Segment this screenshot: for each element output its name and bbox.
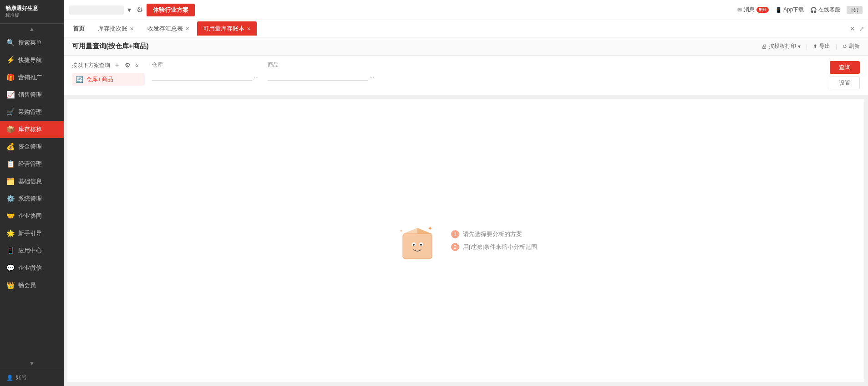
sidebar-nav: 🔍 搜索菜单 ⚡ 快捷导航 🎁 营销推广 📈 销售管理 🛒 采购管理 📦 库存核… bbox=[0, 34, 64, 358]
user-avatar[interactable]: Rit bbox=[847, 6, 863, 14]
sidebar-item-label: 搜索菜单 bbox=[18, 39, 42, 47]
tab-batch-account[interactable]: 库存批次账 ✕ bbox=[92, 21, 140, 36]
sidebar-item-app-center[interactable]: 📱 应用中心 bbox=[0, 242, 64, 259]
tab-batch-account-label: 库存批次账 bbox=[98, 25, 127, 33]
phone-icon: 📱 bbox=[775, 7, 782, 13]
finance-icon: 💰 bbox=[6, 143, 15, 151]
appcenter-icon: 📱 bbox=[6, 247, 15, 255]
notification-btn[interactable]: ✉ 消息 99+ bbox=[737, 6, 769, 14]
trial-btn[interactable]: 体验行业方案 bbox=[147, 4, 195, 16]
goods-field-label: 商品 bbox=[268, 61, 374, 69]
sidebar-item-label: 应用中心 bbox=[18, 247, 42, 255]
empty-state: ✦ ✦ 1 请先选择要分析的方案 2 用[过滤]条件来缩小分析范围 bbox=[67, 99, 864, 382]
export-btn[interactable]: ⬆ 导出 bbox=[813, 42, 830, 50]
tab-close-all-btn[interactable]: ✕ bbox=[850, 25, 855, 32]
collapse-scheme-btn[interactable]: « bbox=[134, 62, 140, 69]
sidebar-item-label: 资金管理 bbox=[18, 143, 42, 151]
hint-text-1: 请先选择要分析的方案 bbox=[463, 230, 522, 238]
edition-label: 标准版 bbox=[5, 12, 58, 19]
sidebar-item-corp-collab[interactable]: 🤝 企业协同 bbox=[0, 207, 64, 225]
sidebar-item-new-guide[interactable]: 🌟 新手引导 bbox=[0, 225, 64, 242]
edit-scheme-btn[interactable]: ⚙ bbox=[124, 62, 132, 69]
topbar-settings-btn[interactable]: ⚙ bbox=[135, 5, 145, 14]
query-actions: 查询 设置 bbox=[830, 61, 860, 89]
svg-point-6 bbox=[413, 244, 415, 246]
inventory-icon: 📦 bbox=[6, 125, 15, 134]
goods-input[interactable] bbox=[268, 71, 368, 81]
topbar-search-input[interactable] bbox=[69, 5, 124, 15]
sidebar-item-membership[interactable]: 👑 畅会员 bbox=[0, 277, 64, 294]
empty-hint-2: 2 用[过滤]条件来缩小分析范围 bbox=[451, 243, 537, 251]
print-icon: 🖨 bbox=[761, 43, 767, 50]
notification-icon: ✉ bbox=[737, 7, 742, 13]
online-service-label: 在线客服 bbox=[818, 6, 840, 14]
refresh-btn[interactable]: ↺ 刷新 bbox=[843, 42, 860, 50]
sidebar-scroll-up[interactable]: ▲ bbox=[0, 24, 64, 34]
query-area: 按以下方案查询 ＋ ⚙ « 🔄 仓库+商品 仓库 bbox=[64, 56, 868, 95]
membership-icon: 👑 bbox=[6, 281, 15, 289]
online-service-btn[interactable]: 🎧 在线客服 bbox=[810, 6, 840, 14]
notification-badge: 99+ bbox=[756, 7, 769, 13]
scheme-item-warehouse-goods[interactable]: 🔄 仓库+商品 bbox=[72, 73, 145, 86]
tab-available-ledger[interactable]: 可用量库存账本 ✕ bbox=[197, 21, 257, 36]
tab-home[interactable]: 首页 bbox=[67, 22, 90, 36]
empty-illustration: ✦ ✦ bbox=[395, 218, 440, 263]
svg-rect-0 bbox=[403, 234, 432, 259]
sidebar-item-inventory[interactable]: 📦 库存核算 bbox=[0, 121, 64, 138]
settings-btn[interactable]: 设置 bbox=[830, 77, 860, 89]
warehouse-input[interactable] bbox=[152, 71, 252, 81]
warehouse-more-btn[interactable]: ... bbox=[254, 72, 259, 79]
sidebar-item-corp-wechat[interactable]: 💬 企业微信 bbox=[0, 259, 64, 277]
goods-more-btn[interactable]: ... bbox=[370, 72, 374, 79]
tab-receipt-summary-close[interactable]: ✕ bbox=[185, 26, 189, 32]
sidebar-scroll-down[interactable]: ▼ bbox=[0, 358, 64, 369]
sidebar-item-system[interactable]: ⚙️ 系统管理 bbox=[0, 190, 64, 207]
add-scheme-btn[interactable]: ＋ bbox=[113, 61, 121, 69]
topbar-breadcrumb: ▾ ⚙ 体验行业方案 bbox=[69, 4, 734, 16]
sidebar-item-label: 经营管理 bbox=[18, 160, 42, 168]
topbar-dropdown-btn[interactable]: ▾ bbox=[126, 5, 133, 14]
sidebar-item-label: 畅会员 bbox=[18, 281, 36, 289]
sidebar-item-quick-nav[interactable]: ⚡ 快捷导航 bbox=[0, 51, 64, 69]
tab-batch-account-close[interactable]: ✕ bbox=[130, 26, 134, 32]
empty-hint-1: 1 请先选择要分析的方案 bbox=[451, 230, 537, 238]
sidebar-item-label: 采购管理 bbox=[18, 108, 42, 116]
quicknav-icon: ⚡ bbox=[6, 56, 15, 64]
refresh-label: 刷新 bbox=[849, 42, 860, 50]
hint-text-2: 用[过滤]条件来缩小分析范围 bbox=[463, 243, 537, 251]
refresh-icon: ↺ bbox=[843, 43, 847, 50]
sidebar-item-basic-info[interactable]: 🗂️ 基础信息 bbox=[0, 173, 64, 190]
sidebar-item-operations[interactable]: 📋 经营管理 bbox=[0, 155, 64, 173]
tab-expand-btn[interactable]: ⤢ bbox=[859, 25, 864, 32]
field-goods: 商品 ... bbox=[268, 61, 374, 81]
print-label: 按模板打印 bbox=[769, 42, 796, 50]
sidebar-item-finance[interactable]: 💰 资金管理 bbox=[0, 138, 64, 155]
empty-svg: ✦ ✦ bbox=[395, 218, 440, 263]
scheme-label: 按以下方案查询 bbox=[72, 62, 110, 69]
divider1: | bbox=[806, 43, 807, 50]
sidebar-item-search[interactable]: 🔍 搜索菜单 bbox=[0, 34, 64, 51]
export-label: 导出 bbox=[819, 42, 830, 50]
wechat-icon: 💬 bbox=[6, 264, 15, 272]
app-logo: 畅康通好生意 标准版 bbox=[0, 0, 64, 24]
divider2: | bbox=[836, 43, 837, 50]
topbar-right: ✉ 消息 99+ 📱 App下载 🎧 在线客服 Rit bbox=[737, 6, 863, 14]
sidebar-item-purchase[interactable]: 🛒 采购管理 bbox=[0, 103, 64, 121]
sidebar-footer: 👤 账号 bbox=[0, 369, 64, 386]
sidebar-item-sales[interactable]: 📈 销售管理 bbox=[0, 86, 64, 103]
sidebar-item-label: 企业微信 bbox=[18, 264, 42, 272]
tab-available-ledger-label: 可用量库存账本 bbox=[203, 25, 244, 33]
print-btn[interactable]: 🖨 按模板打印 ▾ bbox=[761, 42, 801, 50]
query-btn[interactable]: 查询 bbox=[830, 61, 860, 74]
page-title: 可用量查询(按仓库+商品) bbox=[72, 42, 149, 51]
sidebar: 畅康通好生意 标准版 ▲ 🔍 搜索菜单 ⚡ 快捷导航 🎁 营销推广 📈 销售管理… bbox=[0, 0, 64, 386]
app-download-btn[interactable]: 📱 App下载 bbox=[775, 6, 804, 14]
tab-receipt-summary[interactable]: 收发存汇总表 ✕ bbox=[142, 21, 195, 36]
tabbar: 首页 库存批次账 ✕ 收发存汇总表 ✕ 可用量库存账本 ✕ ✕ ⤢ bbox=[64, 20, 868, 37]
svg-point-7 bbox=[420, 244, 422, 246]
warehouse-input-row: ... bbox=[152, 71, 259, 81]
sidebar-item-label: 营销推广 bbox=[18, 73, 42, 82]
tab-available-ledger-close[interactable]: ✕ bbox=[247, 26, 251, 32]
sidebar-item-label: 快捷导航 bbox=[18, 56, 42, 64]
sidebar-item-marketing[interactable]: 🎁 营销推广 bbox=[0, 69, 64, 86]
